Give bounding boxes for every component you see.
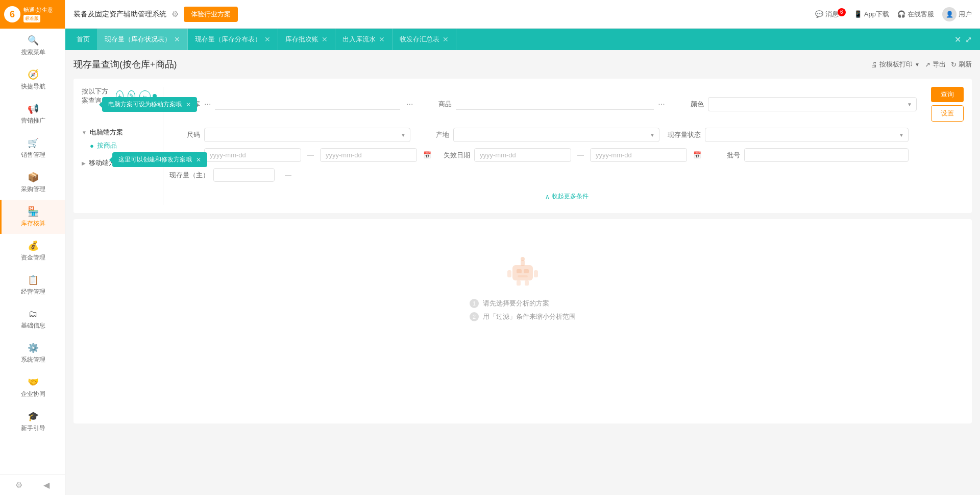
create-tooltip-text: 这里可以创建和修改方案哦 (118, 155, 192, 164)
set-button[interactable]: 设置 (931, 105, 964, 122)
tab-close-inventory-dist[interactable]: ✕ (264, 35, 271, 43)
tab-inventory-dist[interactable]: 现存量（库存分布表） ✕ (188, 29, 278, 50)
sidebar-item-label: 系统管理 (21, 356, 45, 364)
clipboard-icon: 📋 (28, 274, 39, 286)
sidebar-item-enterprise[interactable]: 🤝 企业协同 (0, 370, 65, 405)
sidebar-item-search[interactable]: 🔍 搜索菜单 (0, 29, 65, 63)
folder-icon: 🗂 (29, 309, 38, 319)
warehouse-dots[interactable]: ··· (204, 100, 211, 109)
sidebar-item-basic[interactable]: 🗂 基础信息 (0, 302, 65, 336)
scheme-tooltip-text: 电脑方案可设为移动方案哦 (108, 100, 182, 109)
page-title: 现存量查询(按仓库+商品) (74, 58, 177, 70)
origin-label: 产地 (419, 130, 449, 139)
scheme-panel: 按以下方案查询 + ✎ ← 电脑方案可设为移动方案哦 (82, 87, 163, 205)
scheme-pc-child-label: 按商品 (97, 141, 117, 150)
chevron-down-icon: ▼ (82, 130, 87, 135)
size-dropdown-icon: ▼ (401, 132, 406, 138)
export-button[interactable]: ↗ 导出 (925, 60, 946, 69)
sidebar-item-guide[interactable]: 🎓 新手引导 (0, 405, 65, 439)
logo-icon: 6 (4, 6, 20, 22)
produce-date-calendar-icon[interactable]: 📅 (423, 151, 431, 159)
scheme-pc-child[interactable]: ● 按商品 (82, 139, 157, 152)
sidebar-nav: 🔍 搜索菜单 🧭 快捷导航 📢 营销推广 🛒 销售管理 📦 采购管理 🏪 库存核… (0, 29, 65, 475)
tab-inout-label: 出入库流水 (342, 35, 376, 44)
tab-home[interactable]: 首页 (69, 29, 97, 50)
header-gear-icon[interactable]: ⚙ (172, 9, 179, 19)
size-select[interactable]: ▼ (204, 128, 410, 142)
tab-collect[interactable]: 收发存汇总表 ✕ (393, 29, 456, 50)
sidebar-item-purchase[interactable]: 📦 采购管理 (0, 166, 65, 200)
collapse-button[interactable]: ∧ 收起更多条件 (169, 188, 964, 205)
settings-bottom-icon[interactable]: ⚙ (15, 480, 22, 490)
tab-close-inventory-status[interactable]: ✕ (174, 35, 180, 43)
svg-rect-1 (517, 269, 522, 273)
tab-inout[interactable]: 出入库流水 ✕ (335, 29, 393, 50)
sidebar-item-sales[interactable]: 🛒 销售管理 (0, 131, 65, 166)
app-label: App下载 (864, 10, 889, 19)
field-size: 尺码 ▼ (169, 128, 410, 142)
expire-date-calendar-icon[interactable]: 📅 (693, 151, 701, 159)
product-dots[interactable]: ··· (658, 100, 665, 109)
tab-batch-label: 库存批次账 (285, 35, 318, 44)
expire-date-from[interactable] (474, 148, 571, 162)
batch-input[interactable] (744, 148, 909, 162)
stock-main-label: 现存量（主） (169, 171, 209, 180)
origin-select[interactable]: ▼ (453, 128, 659, 142)
tab-batch[interactable]: 库存批次账 ✕ (278, 29, 335, 50)
sidebar-item-label: 基础信息 (21, 321, 45, 330)
service-label: 在线客服 (908, 10, 934, 19)
page-actions: 🖨 按模板打印 ▼ ↗ 导出 ↻ 刷新 (871, 60, 972, 69)
user-menu[interactable]: 👤 用户 (942, 7, 972, 21)
expire-date-to[interactable] (590, 148, 687, 162)
sidebar-item-marketing[interactable]: 📢 营销推广 (0, 97, 65, 131)
tab-close-inout[interactable]: ✕ (379, 35, 385, 43)
tab-close-collect[interactable]: ✕ (443, 35, 449, 43)
cart-icon: 🛒 (28, 137, 39, 149)
product-input-area[interactable] (456, 99, 654, 110)
stock-main-from[interactable] (213, 168, 275, 182)
status-select[interactable]: ▼ (705, 128, 909, 142)
collapse-sidebar-icon[interactable]: ◀ (43, 480, 50, 490)
sidebar-item-quick[interactable]: 🧭 快捷导航 (0, 63, 65, 97)
tab-close-batch[interactable]: ✕ (322, 35, 328, 43)
experience-button[interactable]: 体验行业方案 (184, 7, 238, 22)
tab-expand-icon[interactable]: ⤢ (965, 35, 972, 44)
produce-date-to[interactable] (320, 148, 417, 162)
refresh-button[interactable]: ↻ 刷新 (951, 60, 972, 69)
sidebar-item-label: 搜索菜单 (21, 48, 45, 57)
chevron-right-icon: ▶ (82, 160, 86, 166)
message-button[interactable]: 💬 消息 6 (815, 10, 846, 19)
scheme-pc-label: 电脑端方案 (90, 128, 123, 137)
color-select[interactable]: ▼ (708, 97, 917, 111)
empty-robot-icon (502, 250, 543, 291)
print-button[interactable]: 🖨 按模板打印 ▼ (871, 60, 920, 69)
print-label: 按模板打印 (879, 60, 913, 69)
create-tooltip: 这里可以创建和修改方案哦 ✕ (112, 152, 207, 167)
tab-inventory-dist-label: 现存量（库存分布表） (195, 35, 261, 44)
produce-date-from[interactable] (204, 148, 301, 162)
collapse-up-icon: ∧ (545, 193, 550, 200)
app-download-button[interactable]: 📱 App下载 (854, 10, 889, 19)
sidebar-item-inventory[interactable]: 🏪 库存核算 (0, 200, 65, 234)
sidebar-item-system[interactable]: ⚙️ 系统管理 (0, 336, 65, 370)
warehouse-input-area[interactable] (215, 99, 400, 110)
system-name: 装备及固定资产辅助管理系统 (74, 10, 166, 19)
tab-close-all-icon[interactable]: ✕ (954, 35, 961, 44)
create-tooltip-close[interactable]: ✕ (196, 156, 201, 163)
export-label: 导出 (933, 60, 946, 69)
scheme-pc-parent[interactable]: ▼ 电脑端方案 (82, 126, 157, 139)
store-icon: 🏪 (28, 206, 39, 217)
header-right: 💬 消息 6 📱 App下载 🎧 在线客服 👤 用户 (815, 7, 972, 21)
sidebar-item-operation[interactable]: 📋 经营管理 (0, 268, 65, 302)
tab-inventory-status-label: 现存量（库存状况表） (105, 35, 171, 44)
tab-home-label: 首页 (77, 35, 90, 44)
graduate-icon: 🎓 (28, 411, 39, 422)
scheme-pc-child-bullet: ● (90, 142, 94, 150)
sidebar-item-label: 新手引导 (21, 424, 45, 433)
scheme-tooltip-close[interactable]: ✕ (186, 101, 191, 108)
service-button[interactable]: 🎧 在线客服 (897, 10, 934, 19)
query-button[interactable]: 查询 (931, 87, 964, 102)
tab-inventory-status[interactable]: 现存量（库存状况表） ✕ (97, 29, 188, 50)
warehouse-more-dots[interactable]: ··· (406, 100, 413, 109)
sidebar-item-finance[interactable]: 💰 资金管理 (0, 234, 65, 268)
